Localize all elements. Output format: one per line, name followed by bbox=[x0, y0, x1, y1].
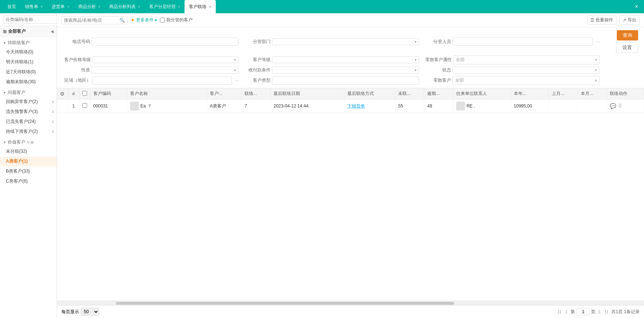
col-overdue[interactable]: 逾期... bbox=[424, 88, 453, 99]
manager-input[interactable] bbox=[452, 38, 593, 46]
nav-analysis-close[interactable]: × bbox=[98, 4, 100, 9]
col-contact[interactable]: 联络... bbox=[242, 88, 271, 99]
col-name[interactable]: 客户名称 bbox=[127, 88, 207, 99]
col-settings[interactable]: ⚙ bbox=[57, 88, 68, 99]
add-icon[interactable]: ⊞ bbox=[31, 140, 33, 144]
nav-customer-contact-close[interactable]: × bbox=[209, 4, 211, 9]
col-no-contact[interactable]: 未联... bbox=[395, 88, 424, 99]
sidebar-item-overdue[interactable]: 逾期未联络(30) bbox=[0, 77, 57, 87]
customer-level-select[interactable]: ▾ bbox=[272, 56, 419, 63]
export-button[interactable]: ↗ 导出 bbox=[619, 15, 640, 25]
filter-search-icon[interactable]: 🔍 bbox=[119, 18, 125, 23]
triangle-icon3: ▼ bbox=[3, 141, 6, 144]
region-input[interactable] bbox=[92, 77, 232, 85]
nav-customer-segment-close[interactable]: × bbox=[178, 4, 180, 9]
nav-analysis[interactable]: 商品分析 × bbox=[74, 0, 105, 13]
last-page-button[interactable]: ⟩⟩ bbox=[603, 308, 610, 315]
nav-purchase[interactable]: 进货单 × bbox=[47, 0, 74, 13]
filter-cell-dept: 分管部门 ▾ bbox=[242, 38, 422, 45]
nature-select[interactable]: ▾ bbox=[92, 67, 239, 74]
filter-row-1: 电话号码 分管部门 ▾ 分管人员 ··· 查询 设置 bbox=[61, 30, 640, 53]
col-this-year[interactable]: 本年... bbox=[511, 88, 549, 99]
next-page-button[interactable]: ⟩ bbox=[597, 308, 602, 315]
select-all-checkbox[interactable] bbox=[82, 91, 87, 96]
sidebar-item-a-class[interactable]: A类客户(1) bbox=[0, 156, 57, 166]
col-last-contact-method[interactable]: 最后联络方式 bbox=[344, 88, 395, 99]
col-last-contact-date[interactable]: 最后联络日期 bbox=[271, 88, 344, 99]
page-label: 第 bbox=[570, 309, 575, 315]
region-ellipsis[interactable]: ··· bbox=[235, 78, 239, 83]
col-code[interactable]: 客户编码 bbox=[90, 88, 127, 99]
retail-chevron: ▾ bbox=[595, 78, 597, 82]
sidebar-item-ungrouped[interactable]: 未分组(32) bbox=[0, 146, 57, 156]
sidebar-search-input[interactable] bbox=[3, 15, 57, 24]
dept-label: 分管部门 bbox=[245, 39, 271, 45]
phone-input[interactable] bbox=[92, 38, 239, 46]
col-type[interactable]: 客户... bbox=[207, 88, 241, 99]
chat-icon[interactable]: 💬 bbox=[610, 103, 616, 109]
a-class-label: A类客户(1) bbox=[6, 158, 28, 165]
batch-operation-button[interactable]: ☰ 批量操作 bbox=[587, 15, 616, 25]
last-contact-method[interactable]: 下销货单 bbox=[347, 103, 365, 109]
query-button[interactable]: 查询 bbox=[617, 30, 638, 40]
horizontal-scrollbar[interactable] bbox=[57, 301, 644, 305]
nav-analysis-list-close[interactable]: × bbox=[138, 4, 140, 9]
retail-label: 零散客户 bbox=[425, 77, 451, 84]
sidebar-item-c-class[interactable]: C类客户(6) bbox=[0, 176, 57, 186]
sidebar-item-tomorrow[interactable]: 明天待联络(1) bbox=[0, 57, 57, 67]
nav-sales-close[interactable]: × bbox=[40, 4, 43, 9]
first-page-button[interactable]: ⟨⟨ bbox=[556, 308, 563, 315]
filter-cell-price-level: 客户价格等级 ▾ bbox=[61, 56, 242, 63]
per-page-label: 每页显示 bbox=[61, 309, 79, 315]
manager-ellipsis[interactable]: ··· bbox=[596, 39, 600, 44]
sidebar-item-churn-warning[interactable]: 流失预警客户(3) ℹ bbox=[0, 107, 57, 117]
sidebar-item-b-class[interactable]: B类客户(33) bbox=[0, 166, 57, 176]
sidebar-item-repurchase-abnormal[interactable]: 回购异常客户(2) ℹ bbox=[0, 97, 57, 107]
collapse-icon[interactable]: ◀ bbox=[51, 29, 54, 33]
customer-level-label: 客户等级 bbox=[245, 57, 271, 63]
sidebar-item-today[interactable]: 今天待联络(0) bbox=[0, 47, 57, 57]
ungrouped-label: 未分组(32) bbox=[6, 148, 27, 155]
customer-type-input[interactable] bbox=[272, 77, 419, 85]
nav-customer-segment[interactable]: 客户分层经营 × bbox=[145, 0, 185, 13]
nav-home[interactable]: 首页 bbox=[3, 0, 21, 13]
prev-page-button[interactable]: ⟨ bbox=[564, 308, 569, 315]
main-layout: 🔍 ⊞ 全部客户 ◀ ▼ 待联络客户 今天待联络(0) 明天待联络(1) 近7天… bbox=[0, 13, 644, 318]
scrollbar-thumb[interactable] bbox=[116, 302, 454, 305]
column-settings-icon[interactable]: ⚙ bbox=[60, 91, 65, 97]
filter-search-input[interactable] bbox=[64, 18, 119, 23]
more-filters-button[interactable]: ▼ 更多条件 ▾ bbox=[130, 17, 157, 23]
row-settings-cell bbox=[57, 99, 68, 113]
row-checkbox[interactable] bbox=[82, 103, 87, 108]
window-close-button[interactable]: × bbox=[632, 3, 641, 10]
row-this-month-cell bbox=[578, 99, 607, 113]
col-company-contacts[interactable]: 往来单位联系人 bbox=[453, 88, 511, 99]
payment-select[interactable]: ▾ bbox=[272, 67, 419, 74]
page-number-input[interactable] bbox=[576, 308, 590, 315]
refresh-icon[interactable]: ↻ bbox=[27, 140, 30, 144]
retail-select[interactable]: 全部 ▾ bbox=[452, 76, 600, 85]
nav-analysis-list[interactable]: 商品分析列表 × bbox=[105, 0, 144, 13]
sidebar-item-declining[interactable]: 持续下滑客户(2) ℹ bbox=[0, 127, 57, 137]
per-page-dropdown[interactable]: 20 50 100 200 bbox=[80, 308, 99, 316]
nav-customer-contact[interactable]: 客户联络 × bbox=[185, 0, 215, 13]
sidebar-all-customers[interactable]: ⊞ 全部客户 ◀ bbox=[0, 26, 57, 37]
manager-label: 分管人员 bbox=[425, 39, 451, 45]
problem-customers-group: ▼ 问题客户 bbox=[0, 88, 57, 97]
filter-settings-button[interactable]: 设置 bbox=[616, 42, 638, 53]
customer-type-label: 客户类型 bbox=[245, 77, 271, 84]
nav-sales[interactable]: 销售单 × bbox=[21, 0, 47, 13]
top-navigation: 首页 销售单 × 进货单 × 商品分析 × 商品分析列表 × 客户分层经营 × … bbox=[0, 0, 644, 13]
qr-icon[interactable]: ⠿ bbox=[618, 103, 622, 109]
price-level-select[interactable]: ▾ bbox=[92, 56, 239, 63]
my-customers-checkbox[interactable] bbox=[160, 18, 165, 22]
sidebar-item-7days[interactable]: 近7天待联络(0) bbox=[0, 67, 57, 77]
col-this-month[interactable]: 本月... bbox=[578, 88, 607, 99]
col-last-month[interactable]: 上月... bbox=[549, 88, 578, 99]
sidebar-item-churned[interactable]: 已流失客户(24) ℹ bbox=[0, 117, 57, 127]
dept-select[interactable]: ▾ bbox=[272, 38, 419, 45]
nav-purchase-close[interactable]: × bbox=[67, 4, 69, 9]
status-select[interactable]: ▾ bbox=[452, 67, 600, 74]
filter-cell-manager: 分管人员 ··· bbox=[422, 38, 603, 46]
retail-attr-select[interactable]: 全部 ▾ bbox=[453, 55, 600, 64]
